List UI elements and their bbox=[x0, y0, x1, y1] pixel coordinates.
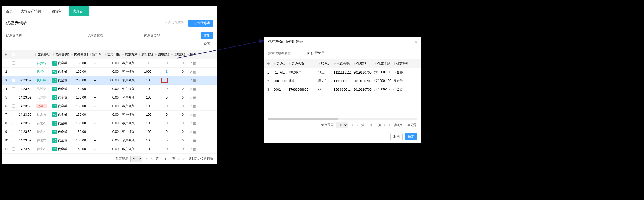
table-row[interactable]: 1014 23:59待发布代 代金券150.00--0.00客户领取10000↗… bbox=[2, 136, 217, 145]
row-checkbox[interactable] bbox=[12, 147, 15, 151]
column-header[interactable]: ▲▼客户... bbox=[272, 61, 287, 66]
table-row[interactable]: 2执行中代 代金券100.00--0.00客户领取100010↗ ▦ bbox=[2, 68, 217, 76]
qrcode-icon[interactable]: ▦ bbox=[193, 87, 196, 91]
page-input[interactable] bbox=[367, 122, 376, 128]
column-header[interactable] bbox=[2, 53, 10, 56]
tab-0[interactable]: 首页 bbox=[2, 6, 17, 16]
column-header[interactable]: ▲▼折扣% bbox=[88, 52, 103, 57]
last-page-button[interactable]: >| bbox=[183, 157, 186, 161]
row-checkbox[interactable] bbox=[12, 104, 15, 108]
column-header[interactable] bbox=[10, 53, 17, 56]
share-icon[interactable]: ↗ bbox=[190, 78, 192, 82]
table-row[interactable]: 307 23:59执行中代 代金券200.00--1000.00客户领取1003… bbox=[2, 76, 217, 85]
table-row[interactable]: 614 23:59已终止代 代金券150.00--0.00客户领取10000↗ … bbox=[2, 102, 217, 111]
table-row[interactable]: 200010001北京1唐先生111111111112019120700...满… bbox=[264, 77, 421, 85]
table-row[interactable]: 714 23:59待发布代 代金券150.00--0.00客户领取10000↗ … bbox=[2, 111, 217, 119]
ok-button[interactable]: 确定 bbox=[405, 133, 417, 140]
used-count-link[interactable]: 1 bbox=[182, 78, 184, 82]
close-icon[interactable]: × bbox=[84, 10, 86, 13]
row-checkbox[interactable] bbox=[12, 96, 15, 99]
settings-button[interactable]: 设置 bbox=[201, 41, 213, 48]
close-icon[interactable]: × bbox=[42, 10, 44, 13]
column-header[interactable]: ▲▼优惠券状态 bbox=[33, 52, 50, 57]
row-checkbox[interactable] bbox=[12, 79, 15, 82]
page-input[interactable] bbox=[161, 156, 170, 162]
share-icon[interactable]: ↗ bbox=[190, 61, 192, 65]
tab-1[interactable]: 优惠券详情页× bbox=[17, 6, 48, 16]
qrcode-icon[interactable]: ▦ bbox=[193, 78, 196, 82]
distribute-coupon-button[interactable]: ⊞ 发放优惠券 bbox=[162, 19, 187, 27]
next-page-button[interactable]: > bbox=[383, 123, 386, 127]
filter-status-select[interactable]: ⌄ bbox=[109, 32, 141, 35]
search-input[interactable] bbox=[268, 50, 308, 56]
tab-2[interactable]: 销货单× bbox=[48, 6, 68, 16]
add-coupon-button[interactable]: + 新增优惠券 bbox=[188, 20, 213, 27]
qrcode-icon[interactable]: ▦ bbox=[193, 121, 196, 125]
filter-name-input[interactable] bbox=[28, 32, 84, 39]
cancel-button[interactable]: 取消 bbox=[390, 133, 403, 140]
query-button[interactable]: 查询 bbox=[201, 32, 213, 39]
select-all-checkbox[interactable] bbox=[12, 53, 15, 56]
column-header[interactable]: ▲▼操作 bbox=[185, 52, 200, 57]
column-header[interactable]: ▲▼电话号码 bbox=[332, 61, 352, 66]
row-checkbox[interactable] bbox=[12, 122, 15, 125]
row-checkbox[interactable] bbox=[12, 113, 15, 116]
column-header[interactable]: ▲▼优惠码 bbox=[352, 61, 373, 66]
column-header[interactable]: ▲▼使用门槛... bbox=[103, 52, 120, 57]
column-header[interactable]: ▲▼联系人 bbox=[316, 61, 332, 66]
close-icon[interactable]: × bbox=[415, 39, 417, 44]
scrollbar-thumb[interactable] bbox=[268, 118, 338, 120]
table-row[interactable]: 414 23:59已过期代 代金券150.00--0.00客户领取10000↗ … bbox=[2, 85, 217, 93]
column-header[interactable]: ▲▼发放方式 bbox=[120, 52, 137, 57]
table-row[interactable]: 1RETAIL...零散客户张三111111111112019120700...… bbox=[264, 68, 421, 77]
table-row[interactable]: 1114 23:59待发布代 代金券150.00--0.00客户领取10000↗… bbox=[2, 145, 217, 154]
horizontal-scrollbar[interactable] bbox=[268, 118, 417, 120]
table-row[interactable]: 914 23:59待发布代 代金券150.00--0.00客户领取10000↗ … bbox=[2, 128, 217, 136]
qrcode-icon[interactable]: ▦ bbox=[193, 113, 196, 117]
prev-page-button[interactable]: < bbox=[150, 157, 153, 161]
qrcode-icon[interactable]: ▦ bbox=[193, 147, 196, 151]
table-row[interactable]: 814 23:59待发布代 代金券150.00--0.00客户领取10000↗ … bbox=[2, 119, 217, 128]
status-select[interactable]: 已使用 ⌄ bbox=[315, 50, 344, 56]
qrcode-icon[interactable]: ▦ bbox=[193, 96, 196, 100]
gear-icon[interactable] bbox=[4, 53, 8, 56]
tab-3[interactable]: 优惠券× bbox=[69, 6, 89, 16]
qrcode-icon[interactable]: ▦ bbox=[193, 139, 196, 143]
qrcode-icon[interactable]: ▦ bbox=[193, 61, 196, 65]
table-row[interactable]: 514 23:59已过期代 代金券150.00--0.00客户领取10000↗ … bbox=[2, 93, 217, 102]
first-page-button[interactable]: |< bbox=[144, 157, 148, 161]
column-header[interactable]: ▲▼使用数量 bbox=[169, 52, 185, 57]
column-header[interactable]: ▲▼优惠券类型 bbox=[50, 52, 69, 57]
row-checkbox[interactable] bbox=[12, 139, 15, 142]
qrcode-icon[interactable]: ▦ bbox=[193, 104, 196, 108]
gear-icon[interactable] bbox=[266, 62, 270, 66]
column-header[interactable]: ▲▼优惠券类 bbox=[392, 61, 408, 66]
share-icon[interactable]: ↗ bbox=[190, 70, 192, 74]
column-header[interactable] bbox=[264, 62, 272, 66]
row-checkbox[interactable] bbox=[12, 61, 15, 65]
receive-count-link[interactable]: 1 bbox=[166, 70, 168, 74]
last-page-button[interactable]: >| bbox=[388, 123, 392, 127]
qrcode-icon[interactable]: ▦ bbox=[193, 70, 196, 74]
receive-count-highlight[interactable]: 3 bbox=[161, 78, 168, 83]
column-header[interactable]: ▲▼优惠券面值 bbox=[69, 52, 88, 57]
row-checkbox[interactable] bbox=[12, 87, 15, 90]
prev-page-button[interactable]: < bbox=[356, 123, 359, 127]
per-page-select[interactable]: 50 bbox=[336, 122, 348, 128]
filter-type-select[interactable]: ⌄ bbox=[166, 32, 198, 35]
close-icon[interactable]: × bbox=[63, 10, 65, 13]
column-header[interactable]: ▲▼领用数量 bbox=[153, 52, 169, 57]
table-row[interactable]: 3000117666666666张156 6666 ...2019120700.… bbox=[264, 85, 421, 94]
per-page-select[interactable]: 50 bbox=[130, 156, 142, 162]
qrcode-icon[interactable]: ▦ bbox=[193, 130, 196, 134]
column-header[interactable]: ▲▼客户名称 bbox=[287, 61, 316, 66]
column-header[interactable]: ▲▼发行数量 bbox=[137, 52, 153, 57]
cell: ↗ ▦ bbox=[185, 96, 200, 100]
next-page-button[interactable]: > bbox=[177, 157, 180, 161]
row-checkbox[interactable] bbox=[12, 70, 15, 73]
pager-summary: 共1页，49条记录 bbox=[188, 157, 213, 161]
table-row[interactable]: 1待执行代 代金券50.00--0.00客户领取1000↗ ▦ bbox=[2, 59, 217, 68]
row-checkbox[interactable] bbox=[12, 130, 15, 133]
column-header[interactable]: ▲▼优惠主题 bbox=[373, 61, 392, 66]
first-page-button[interactable]: |< bbox=[350, 123, 354, 127]
